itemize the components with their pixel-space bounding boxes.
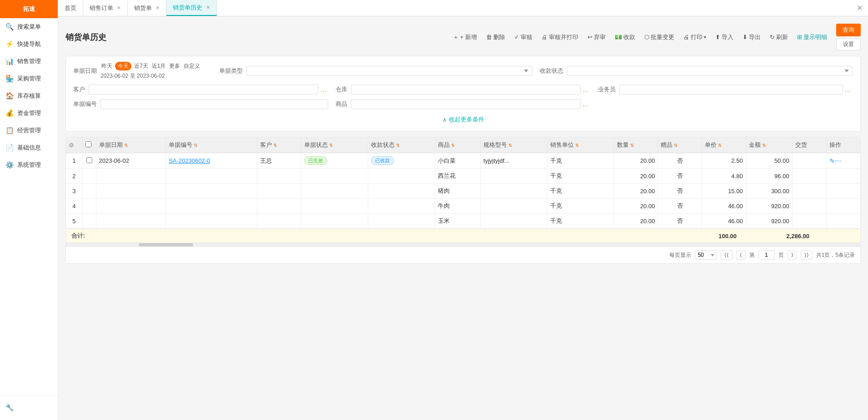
filter-doc-no: 单据编号 bbox=[73, 99, 328, 109]
sort-icon-amount: ⇅ bbox=[762, 143, 766, 148]
tab-sales-order[interactable]: 销售订单 ✕ bbox=[83, 0, 128, 16]
sidebar-item-purchase-mgmt[interactable]: 🏪 采购管理 bbox=[0, 70, 58, 87]
salesperson-input[interactable] bbox=[619, 85, 843, 95]
page-number-input[interactable] bbox=[758, 250, 775, 260]
sidebar-item-sales-mgmt[interactable]: 📊 销售管理 bbox=[0, 53, 58, 70]
sort-qty[interactable]: 数量 ⇅ bbox=[617, 141, 655, 149]
sort-doc-date[interactable]: 单据日期 ⇅ bbox=[99, 141, 163, 149]
tab-sales-history-close[interactable]: ✕ bbox=[206, 5, 210, 10]
sort-unit[interactable]: 销售单位 ⇅ bbox=[550, 141, 611, 149]
main-area: 首页 销售订单 ✕ 销货单 ✕ 销货单历史 ✕ ✕ 销货单历史 ＋ + 新增 bbox=[58, 0, 868, 420]
doc-type-select[interactable] bbox=[246, 66, 532, 76]
sort-doc-no[interactable]: 单据编号 ⇅ bbox=[169, 141, 254, 149]
date-tab-more[interactable]: 更多 bbox=[168, 62, 181, 70]
print-button[interactable]: 🖨 打印 ▾ bbox=[680, 31, 710, 43]
tab-sales-delivery[interactable]: 销货单 ✕ bbox=[128, 0, 166, 16]
row-doc-no bbox=[166, 199, 257, 214]
scroll-bar-thumb[interactable] bbox=[139, 243, 193, 246]
salesperson-label: 业务员 bbox=[598, 85, 616, 94]
tab-sales-delivery-close[interactable]: ✕ bbox=[156, 5, 160, 11]
delete-button[interactable]: 🗑 删除 bbox=[482, 31, 509, 43]
date-tab-7days[interactable]: 近7天 bbox=[133, 62, 149, 70]
page-prev-button[interactable]: ⟨ bbox=[736, 250, 746, 260]
row-doc-date: 2023-06-02 bbox=[96, 153, 166, 169]
tab-sales-order-close[interactable]: ✕ bbox=[117, 5, 121, 11]
sidebar-item-search-menu[interactable]: 🔍 搜索菜单 bbox=[0, 18, 58, 35]
sort-amount[interactable]: 金额 ⇅ bbox=[749, 141, 789, 149]
page-of-label: 页 bbox=[778, 251, 784, 259]
row-action bbox=[827, 199, 861, 214]
toolbar: ＋ + 新增 🗑 删除 ✓ 审核 🖨 审核并打印 bbox=[449, 31, 831, 43]
collapse-button[interactable]: ∧ 收起更多条件 bbox=[73, 114, 853, 125]
sidebar-item-inventory[interactable]: 🏠 库存核算 bbox=[0, 87, 58, 105]
select-all-checkbox[interactable] bbox=[85, 141, 91, 147]
customer-input[interactable] bbox=[89, 85, 318, 95]
sort-goods[interactable]: 商品 ⇅ bbox=[438, 141, 477, 149]
sidebar-item-system-mgmt[interactable]: ⚙️ 系统管理 bbox=[0, 156, 58, 174]
date-tab-yesterday[interactable]: 昨天 bbox=[100, 62, 113, 70]
new-button[interactable]: ＋ + 新增 bbox=[449, 31, 481, 43]
sort-spec[interactable]: 规格型号 ⇅ bbox=[483, 141, 544, 149]
filter-doc-type: 单据类型 bbox=[219, 66, 532, 76]
date-tab-1month[interactable]: 近1月 bbox=[151, 62, 167, 70]
more-icon[interactable]: ⋯ bbox=[835, 157, 841, 165]
audit-button[interactable]: ✓ 审核 bbox=[511, 31, 536, 43]
sort-gift[interactable]: 赠品 ⇅ bbox=[661, 141, 699, 149]
row-spec bbox=[481, 199, 547, 214]
sidebar-item-basic-info[interactable]: 📄 基础信息 bbox=[0, 139, 58, 156]
row-unit-price: 4.80 bbox=[702, 169, 746, 184]
row-gift: 否 bbox=[658, 199, 702, 214]
goods-dots-btn[interactable]: … bbox=[581, 100, 591, 108]
sort-customer[interactable]: 客户 ⇅ bbox=[260, 141, 298, 149]
edit-icon[interactable]: ✎ bbox=[829, 157, 835, 165]
sort-icon-unit: ⇅ bbox=[575, 143, 579, 148]
filter-row-1: 单据日期 昨天 今天 近7天 近1月 更多 自定义 2023-06-02 至 2… bbox=[73, 62, 853, 80]
row-gift: 否 bbox=[658, 169, 702, 184]
page-first-button[interactable]: ⟨⟨ bbox=[721, 250, 733, 260]
salesperson-dots-btn[interactable]: … bbox=[843, 86, 853, 93]
show-detail-button[interactable]: ⊞ 显示明细 bbox=[793, 31, 831, 43]
payment-status-select[interactable] bbox=[567, 66, 853, 76]
tab-bar-close-all[interactable]: ✕ bbox=[851, 4, 868, 12]
data-table: ⚙ 单据日期 ⇅ bbox=[65, 137, 861, 264]
doc-no-input[interactable] bbox=[100, 99, 328, 109]
customer-dots-btn[interactable]: … bbox=[318, 86, 328, 93]
row-gift: 否 bbox=[658, 184, 702, 199]
doc-no-label: 单据编号 bbox=[73, 100, 97, 108]
row-amount: 920.00 bbox=[746, 199, 792, 214]
date-tab-custom[interactable]: 自定义 bbox=[183, 62, 201, 70]
query-button[interactable]: 查询 bbox=[836, 24, 861, 36]
row-num: 5 bbox=[66, 214, 82, 229]
refresh-button[interactable]: ↻ 刷新 bbox=[766, 31, 792, 43]
trash-icon: 🗑 bbox=[486, 34, 492, 40]
page-next-button[interactable]: ⟩ bbox=[788, 250, 797, 260]
doc-type-label: 单据类型 bbox=[219, 67, 243, 75]
goods-input[interactable] bbox=[351, 99, 581, 109]
tab-home[interactable]: 首页 bbox=[58, 0, 83, 16]
th-qty: 数量 ⇅ bbox=[614, 137, 658, 153]
per-page-select[interactable]: 50 100 bbox=[695, 250, 717, 260]
audit-print-button[interactable]: 🖨 审核并打印 bbox=[538, 31, 582, 43]
abandon-button[interactable]: ↩ 弃审 bbox=[584, 31, 609, 43]
page-last-button[interactable]: ⟩⟩ bbox=[801, 250, 813, 260]
sort-unit-price[interactable]: 单价 ⇅ bbox=[705, 141, 743, 149]
sidebar-item-operations[interactable]: 📋 经营管理 bbox=[0, 122, 58, 139]
sidebar-bottom-item-1[interactable]: 🔧 bbox=[0, 399, 58, 416]
collect-button[interactable]: 💵 收款 bbox=[611, 31, 639, 43]
sort-payment-status[interactable]: 收款状态 ⇅ bbox=[371, 141, 432, 149]
pagination-bar: 每页显示 50 100 ⟨⟨ ⟨ 第 页 ⟩ ⟩⟩ 共1页，5条记录 bbox=[66, 246, 860, 263]
warehouse-dots-btn[interactable]: … bbox=[581, 86, 591, 93]
table-settings-icon[interactable]: ⚙ bbox=[69, 142, 74, 149]
sidebar-item-quick-nav[interactable]: ⚡ 快捷导航 bbox=[0, 35, 58, 53]
warehouse-input[interactable] bbox=[351, 85, 581, 95]
tab-sales-history[interactable]: 销货单历史 ✕ bbox=[166, 0, 217, 16]
sort-doc-status[interactable]: 单据状态 ⇅ bbox=[304, 141, 365, 149]
batch-change-button[interactable]: ⬡ 批量变更 bbox=[641, 31, 678, 43]
sidebar-item-finance[interactable]: 💰 资金管理 bbox=[0, 105, 58, 122]
date-tab-today[interactable]: 今天 bbox=[115, 62, 131, 70]
page-content: 销货单历史 ＋ + 新增 🗑 删除 ✓ 审核 bbox=[58, 16, 868, 420]
table-scrollbar[interactable] bbox=[66, 243, 860, 246]
settings-button[interactable]: 设置 bbox=[836, 38, 861, 50]
export-button[interactable]: ⬇ 导出 bbox=[739, 31, 764, 43]
import-button[interactable]: ⬆ 导入 bbox=[712, 31, 737, 43]
